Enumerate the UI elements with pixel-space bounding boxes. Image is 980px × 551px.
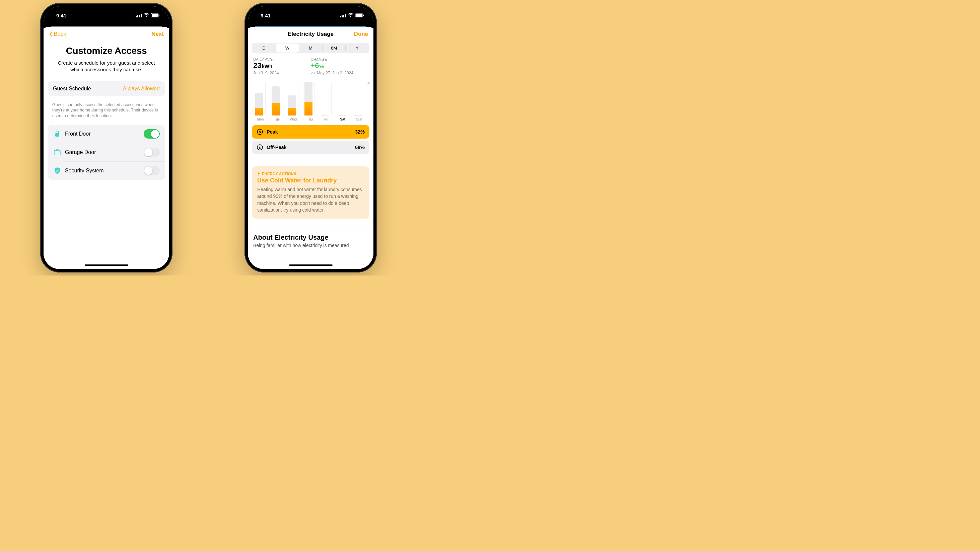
nav-bar: Back Next	[43, 27, 169, 40]
energy-tip-card[interactable]: ENERGY ACTIONS Use Cold Water for Laundr…	[252, 167, 369, 219]
bar-label: Fri	[324, 118, 328, 121]
accessories-group: Front Door Garage Door Security System	[48, 125, 165, 180]
home-indicator[interactable]	[85, 264, 128, 266]
done-button[interactable]: Done	[354, 31, 368, 38]
home-indicator[interactable]	[289, 264, 332, 266]
svg-rect-5	[152, 14, 158, 17]
segment-M[interactable]: M	[299, 43, 322, 52]
svg-rect-14	[343, 15, 344, 17]
status-time: 9:41	[56, 13, 66, 18]
time-range-segmented: DWM6MY	[252, 43, 369, 53]
svg-rect-13	[342, 15, 343, 17]
accessory-label: Front Door	[65, 131, 144, 137]
tip-body: Heating warm and hot water for laundry c…	[257, 186, 364, 213]
svg-rect-12	[340, 16, 341, 17]
tip-kicker: ENERGY ACTIONS	[257, 172, 364, 176]
nav-bar: Electricity Usage Done	[248, 27, 374, 40]
svg-rect-0	[136, 16, 137, 17]
bar-sat[interactable]: Sat	[336, 82, 350, 121]
svg-rect-17	[356, 14, 362, 17]
stat-vs: vs. May 27–Jun 2, 2024	[311, 71, 368, 75]
bar-thu[interactable]: Thu	[302, 82, 317, 121]
accessory-toggle[interactable]	[144, 166, 160, 175]
stat-range: Jun 3–9, 2024	[253, 71, 311, 75]
bar-label: Tue	[274, 118, 280, 121]
bar-label: Sun	[356, 118, 362, 121]
svg-rect-2	[139, 15, 140, 17]
segment-W[interactable]: W	[276, 43, 299, 52]
y-axis-max: 30	[366, 81, 370, 121]
phone-electricity-usage: 9:41 Electricity Usage Done DWM6MY DAILY…	[245, 3, 377, 273]
back-button[interactable]: Back	[49, 31, 66, 38]
accessory-label: Security System	[65, 168, 144, 174]
cellular-icon	[340, 14, 346, 17]
battery-icon	[151, 13, 160, 17]
tip-title: Use Cold Water for Laundry	[257, 177, 364, 184]
svg-rect-1	[137, 15, 138, 17]
schedule-footnote: Guests can only access the selected acce…	[43, 99, 169, 125]
bar-label: Wed	[290, 118, 297, 121]
change-stat: CHANGE +6% vs. May 27–Jun 2, 2024	[311, 57, 368, 75]
segment-D[interactable]: D	[253, 43, 276, 52]
next-button[interactable]: Next	[151, 31, 164, 38]
bar-wed[interactable]: Wed	[286, 82, 301, 121]
screen: 9:41 Electricity Usage Done DWM6MY DAILY…	[248, 6, 374, 269]
accessory-label: Garage Door	[65, 149, 144, 155]
screen: 9:41 Back Next Customize Access Create a…	[43, 6, 169, 269]
svg-rect-6	[159, 15, 159, 16]
lock-icon	[53, 130, 62, 137]
schedule-value: Always Allowed	[123, 86, 160, 92]
wifi-icon	[348, 13, 353, 17]
bolt-icon	[257, 172, 261, 176]
about-body: Being familiar with how electricity is m…	[248, 243, 374, 248]
stats-row: DAILY AVG. 23kWh Jun 3–9, 2024 CHANGE +6…	[248, 57, 374, 78]
offpeak-meter-icon: $	[256, 144, 263, 151]
legend-offpeak[interactable]: $ Off-Peak 68%	[252, 141, 369, 154]
status-icons	[136, 13, 160, 17]
accessory-toggle[interactable]	[144, 129, 160, 138]
legend-label: Off-Peak	[267, 144, 355, 150]
stat-value: 23kWh	[253, 61, 311, 70]
bar-tue[interactable]: Tue	[270, 82, 284, 121]
phone-customize-access: 9:41 Back Next Customize Access Create a…	[40, 3, 172, 273]
divider	[252, 225, 369, 225]
legend-peak[interactable]: $ Peak 32%	[252, 125, 369, 138]
back-label: Back	[54, 31, 66, 38]
divider	[252, 160, 369, 160]
bar-mon[interactable]: Mon	[253, 82, 267, 121]
dynamic-island	[291, 7, 331, 18]
legend-value: 32%	[355, 129, 365, 135]
accessory-toggle[interactable]	[144, 148, 160, 157]
legend-label: Peak	[267, 129, 355, 135]
guest-schedule-cell[interactable]: Guest Schedule Always Allowed	[48, 81, 165, 96]
bar-fri[interactable]: Fri	[319, 82, 334, 121]
svg-rect-18	[363, 15, 364, 16]
shield-icon	[53, 167, 62, 174]
stat-caption: DAILY AVG.	[253, 57, 311, 61]
svg-rect-3	[141, 14, 142, 17]
chevron-left-icon	[49, 31, 53, 37]
stat-value: +6%	[311, 61, 368, 70]
bar-label: Mon	[257, 118, 264, 121]
dynamic-island	[86, 7, 127, 18]
sheet-content: Electricity Usage Done DWM6MY DAILY AVG.…	[248, 27, 374, 268]
legend-value: 68%	[355, 144, 365, 150]
page-title: Customize Access	[50, 46, 162, 56]
peak-meter-icon: $	[256, 129, 263, 135]
bar-sun[interactable]: Sun	[352, 82, 366, 121]
wifi-icon	[144, 13, 149, 17]
accessory-row-front-door: Front Door	[48, 125, 165, 143]
usage-chart[interactable]: MonTueWedThuFriSatSun 30	[248, 78, 374, 123]
accessory-row-garage-door: Garage Door	[48, 143, 165, 161]
segment-Y[interactable]: Y	[346, 43, 369, 52]
status-icons	[340, 13, 364, 17]
svg-text:$: $	[259, 146, 261, 149]
bar-label: Sat	[340, 118, 345, 121]
accessory-row-security-system: Security System	[48, 162, 165, 180]
status-time: 9:41	[261, 13, 270, 18]
stat-caption: CHANGE	[311, 57, 368, 61]
about-title: About Electricity Usage	[248, 231, 374, 243]
svg-rect-7	[55, 133, 59, 137]
cellular-icon	[136, 14, 142, 17]
segment-6M[interactable]: 6M	[323, 43, 346, 52]
